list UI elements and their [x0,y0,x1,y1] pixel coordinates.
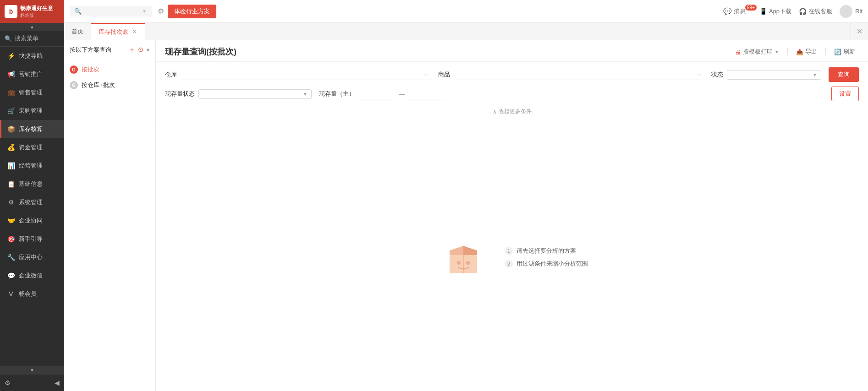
trial-btn[interactable]: 体验行业方案 [168,5,216,18]
export-icon: 📤 [796,49,803,55]
collapse-sidebar-icon[interactable]: ◀ [55,379,60,386]
app-download-btn[interactable]: 📱 App下载 [759,7,791,16]
stock-qty-from[interactable] [361,90,392,97]
warehouse-input-wrap[interactable]: ··· [181,69,431,80]
tab-close-icon[interactable]: ✕ [131,29,137,35]
settings-footer-icon[interactable]: ⚙ [5,379,11,386]
stock-qty-from-wrap[interactable] [358,88,395,99]
member-icon: V [7,290,15,298]
product-more-icon[interactable]: ··· [697,71,701,78]
stock-qty-field: 现存量（主） — [319,88,466,99]
topbar-gear-icon[interactable]: ⚙ [158,7,164,16]
empty-illustration [440,234,486,280]
stock-status-select[interactable]: ▼ [198,89,312,99]
page-title-actions: 🖨 按模板打印 ▼ 📤 导出 🔄 刷新 [731,46,859,58]
scheme-warehouse-batch-label: 按仓库+批次 [82,81,115,89]
export-btn[interactable]: 📤 导出 [792,46,821,58]
finance-label: 资金管理 [19,143,43,152]
warehouse-input[interactable] [183,71,422,78]
warehouse-label: 仓库 [165,71,177,79]
sidebar-item-wechat[interactable]: 💬 企业微信 [0,266,64,285]
export-label: 导出 [805,48,817,56]
status-select[interactable]: ▼ [727,70,821,80]
sidebar-item-newbie[interactable]: 🎯 新手引导 [0,230,64,248]
sidebar-item-basic-info[interactable]: 📋 基础信息 [0,175,64,193]
topbar-dropdown-icon[interactable]: ▼ [142,9,147,14]
settings-btn[interactable]: 设置 [831,87,859,101]
operations-label: 经营管理 [19,162,43,170]
messages-btn[interactable]: 💬 消息 99+ [723,7,752,16]
sidebar-item-marketing[interactable]: 📢 营销推广 [0,65,64,83]
main-wrap: 🔍 ▼ ⚙ 体验行业方案 💬 消息 99+ 📱 App下载 🎧 在线客服 R [64,0,868,391]
stock-qty-dash: — [395,91,408,98]
basic-info-icon: 📋 [7,180,15,188]
product-input[interactable] [456,71,695,78]
status-field: 状态 ▼ [711,70,821,80]
sidebar-item-operations[interactable]: 📊 经营管理 [0,157,64,175]
collapse-panel-icon[interactable]: « [146,46,150,54]
topbar-search-input[interactable] [84,8,139,15]
scheme-dot-active: G [70,65,78,74]
warehouse-more-icon[interactable]: ··· [423,71,428,78]
add-scheme-icon[interactable]: ＋ [129,46,135,54]
sidebar-item-system[interactable]: ⚙ 系统管理 [0,193,64,212]
sidebar-header: b 畅康通好生意 标准版 [0,0,64,23]
print-icon: 🖨 [735,49,741,55]
purchase-icon: 🛒 [7,107,15,115]
member-label: 畅会员 [19,290,37,298]
print-dropdown-icon[interactable]: ▼ [775,49,779,54]
tab-home[interactable]: 首页 [64,23,91,40]
sidebar-item-finance[interactable]: 💰 资金管理 [0,138,64,157]
tip-text-1: 请先选择要分析的方案 [516,247,576,255]
topbar-search-area[interactable]: 🔍 ▼ [70,6,152,16]
user-area[interactable]: Rit [840,5,863,18]
print-template-btn[interactable]: 🖨 按模板打印 ▼ [731,46,783,58]
stock-qty-to[interactable] [411,90,442,97]
online-service-btn[interactable]: 🎧 在线客服 [799,7,832,16]
sidebar-item-app-center[interactable]: 🔧 应用中心 [0,248,64,266]
sales-label: 销售管理 [19,88,43,97]
query-btn[interactable]: 查询 [829,67,859,82]
scheme-item-warehouse-batch[interactable]: G 按仓库+批次 [64,77,155,93]
tab-inventory-batch[interactable]: 库存批次账 ✕ [91,23,145,40]
scroll-up-btn[interactable]: ▲ [0,23,64,31]
left-panel-title: 按以下方案查询 [70,46,111,54]
status-dropdown-icon: ▼ [813,72,817,77]
sidebar-item-member[interactable]: V 畅会员 [0,285,64,303]
left-panel: 按以下方案查询 ＋ ⊙ « G 按批次 G 按仓库+批次 [64,40,156,391]
scheme-item-batch[interactable]: G 按批次 [64,62,155,77]
refresh-btn[interactable]: 🔄 刷新 [830,46,859,58]
tip-text-2: 用过滤条件来缩小分析范围 [516,260,588,268]
finance-icon: 💰 [7,143,15,152]
sidebar-item-purchase[interactable]: 🛒 采购管理 [0,102,64,120]
scheme-settings-icon[interactable]: ⊙ [138,46,143,54]
message-icon: 💬 [723,7,732,16]
sidebar-item-quick-nav[interactable]: ⚡ 快捷导航 [0,47,64,65]
sidebar-item-inventory[interactable]: 📦 库存核算 [0,120,64,138]
collapse-up-icon: ∧ [493,109,497,115]
tip-num-1: 1 [505,247,513,255]
sidebar-search[interactable]: 🔍 搜索菜单 [0,31,64,47]
scheme-dot-inactive: G [70,81,78,89]
sidebar-item-collab[interactable]: 🤝 企业协同 [0,212,64,230]
scroll-down-btn[interactable]: ▼ [0,366,64,374]
sidebar-item-sales[interactable]: 💼 销售管理 [0,83,64,102]
quick-nav-label: 快捷导航 [19,52,43,60]
page-title: 现存量查询(按批次) [165,46,236,57]
collapse-more-btn[interactable]: ∧ 收起更多条件 [165,106,859,117]
svg-point-4 [457,261,461,265]
page-content: 按以下方案查询 ＋ ⊙ « G 按批次 G 按仓库+批次 [64,40,868,391]
collapse-label: 收起更多条件 [499,108,532,115]
stock-status-label: 现存量状态 [165,90,195,98]
product-input-wrap[interactable]: ··· [454,69,704,80]
newbie-icon: 🎯 [7,235,15,243]
page-title-bar: 现存量查询(按批次) 🖨 按模板打印 ▼ 📤 导出 🔄 [156,40,868,62]
stock-qty-to-wrap[interactable] [408,88,445,99]
topbar-search-icon: 🔍 [74,8,82,15]
left-panel-header: 按以下方案查询 ＋ ⊙ « [64,40,155,58]
stock-status-field: 现存量状态 ▼ [165,89,312,99]
print-label: 按模板打印 [743,48,773,56]
tab-close-right-btn[interactable]: ✕ [851,23,868,40]
app-download-icon: 📱 [759,8,767,15]
avatar [840,5,852,18]
